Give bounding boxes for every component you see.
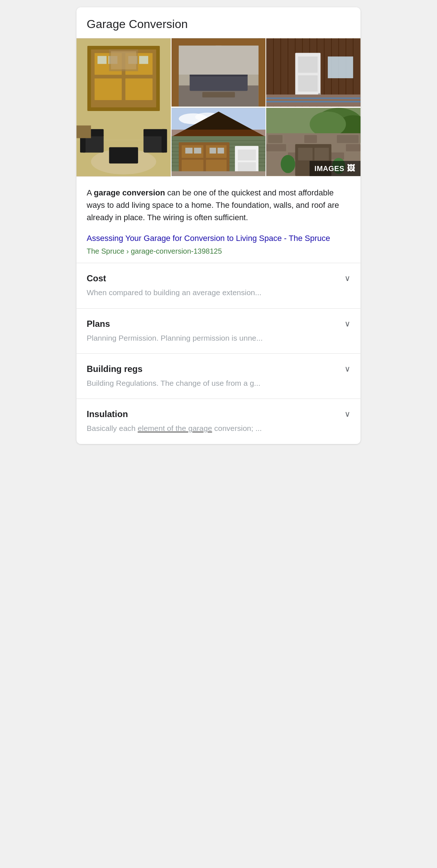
svg-rect-29 [172,38,266,45]
strikethrough-text: element of the garage [138,424,212,432]
svg-rect-74 [182,160,204,173]
description-text: A garage conversion can be one of the qu… [87,187,350,224]
svg-rect-82 [238,162,256,173]
accordion-header-insulation: Insulation ∨ [87,409,350,419]
chevron-down-icon-insulation: ∨ [345,409,350,419]
image-garage-interior[interactable] [76,38,171,177]
svg-rect-51 [298,75,318,92]
source-link[interactable]: Assessing Your Garage for Conversion to … [87,233,350,244]
svg-rect-11 [139,56,148,64]
svg-rect-23 [111,51,137,70]
svg-point-107 [281,155,295,173]
accordion-preview-building-regs: Building Regulations. The change of use … [87,378,350,388]
svg-rect-54 [266,95,361,107]
svg-rect-99 [346,144,361,151]
svg-rect-19 [143,129,165,136]
svg-rect-77 [194,148,201,154]
svg-rect-81 [238,150,256,160]
accordion-header-cost: Cost ∨ [87,273,350,284]
garage-wood-svg [266,38,361,107]
chevron-down-icon-cost: ∨ [345,274,350,283]
svg-rect-32 [189,75,247,91]
svg-rect-90 [268,135,283,143]
accordion: Cost ∨ When compared to building an aver… [76,263,361,444]
svg-rect-92 [304,135,317,143]
svg-rect-6 [95,78,122,100]
svg-rect-53 [328,56,353,78]
svg-rect-27 [172,38,179,106]
svg-rect-79 [217,148,224,154]
accordion-header-building-regs: Building regs ∨ [87,364,350,374]
svg-rect-93 [319,135,335,143]
svg-rect-78 [209,148,216,154]
accordion-item-insulation[interactable]: Insulation ∨ Basically each element of t… [76,399,361,444]
svg-rect-20 [109,147,138,163]
svg-rect-91 [284,135,303,143]
garage-open-svg [172,38,266,107]
bold-term: garage conversion [94,188,165,197]
images-overlay-label: IMAGES [315,165,345,173]
svg-rect-7 [125,78,153,100]
svg-rect-84 [172,171,266,176]
accordion-item-plans[interactable]: Plans ∨ Planning Permission. Planning pe… [76,309,361,354]
accordion-title-cost: Cost [87,273,106,284]
image-garage-stone[interactable]: IMAGES 🖼 [266,108,361,176]
svg-rect-105 [298,148,313,160]
svg-rect-75 [206,160,227,173]
garage-exterior-svg [172,108,266,176]
svg-rect-61 [172,130,266,137]
images-icon: 🖼 [347,164,355,173]
accordion-preview-cost: When compared to building an average ext… [87,287,350,298]
images-overlay-button[interactable]: IMAGES 🖼 [310,161,361,176]
svg-rect-35 [179,45,259,75]
svg-rect-95 [266,144,286,151]
accordion-preview-plans: Planning Permission. Planning permission… [87,333,350,343]
svg-rect-34 [202,92,235,98]
svg-rect-76 [185,148,192,154]
accordion-header-plans: Plans ∨ [87,319,350,329]
accordion-title-insulation: Insulation [87,409,128,419]
svg-rect-50 [298,56,318,73]
image-garage-open[interactable] [172,38,266,107]
svg-rect-106 [315,148,329,160]
svg-rect-21 [76,126,91,138]
image-garage-wood[interactable] [266,38,361,107]
image-garage-exterior[interactable] [172,108,266,176]
main-card: Garage Conversion [76,7,361,444]
accordion-item-building-regs[interactable]: Building regs ∨ Building Regulations. Th… [76,354,361,399]
source-breadcrumb: The Spruce › garage-conversion-1398125 [87,247,222,255]
svg-rect-94 [337,135,359,143]
svg-rect-8 [98,56,107,64]
svg-point-88 [310,111,346,137]
description-section: A garage conversion can be one of the qu… [76,177,361,263]
chevron-down-icon-plans: ∨ [345,319,350,329]
chevron-down-icon-building-regs: ∨ [345,364,350,374]
svg-rect-28 [258,38,265,106]
accordion-title-building-regs: Building regs [87,364,142,374]
accordion-title-plans: Plans [87,319,110,329]
accordion-item-cost[interactable]: Cost ∨ When compared to building an aver… [76,263,361,308]
image-grid: IMAGES 🖼 [76,38,361,177]
accordion-preview-insulation: Basically each element of the garage con… [87,423,350,433]
page-title: Garage Conversion [76,7,361,38]
garage-interior-svg [76,38,171,177]
